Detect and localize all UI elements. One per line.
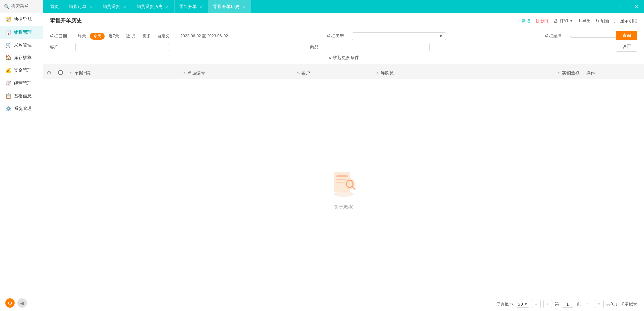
tab-close-retail-open[interactable]: ✕ <box>199 4 203 9</box>
print-label: 🖨 打印 <box>554 18 568 24</box>
next-page-btn[interactable]: › <box>584 300 592 308</box>
sort-icon-guide: ⇅ <box>376 71 379 75</box>
sidebar-search-label: 搜索采单 <box>11 3 29 9</box>
sidebar-label-finance: 资金管理 <box>14 67 32 73</box>
customer-input[interactable]: ··· <box>75 43 169 51</box>
th-number[interactable]: ⇅ 单据编号 <box>180 67 294 79</box>
date-btn-近1月[interactable]: 近1月 <box>123 33 139 40</box>
sidebar-icon-operations: 📈 <box>5 80 11 86</box>
date-btn-昨天[interactable]: 昨天 <box>75 33 89 40</box>
add-button[interactable]: + 新增 <box>517 18 530 24</box>
search-icon: 🔍 <box>4 4 9 9</box>
per-page-arrow: ▼ <box>524 302 528 306</box>
tab-close-sales-return-history[interactable]: ✕ <box>165 4 169 9</box>
page-header: 零售开单历史 + 新增 🗑 删除 🖨 打印 ▼ ⬆ 导出 ↻ 刷新 显示明细 <box>43 13 644 29</box>
svg-rect-3 <box>336 179 346 180</box>
date-btn-今天[interactable]: 今天 <box>90 33 105 40</box>
last-page-btn[interactable]: » <box>595 300 604 308</box>
tab-close-retail-history[interactable]: ✕ <box>241 4 246 9</box>
sort-icon-date: ⇅ <box>69 71 72 75</box>
collapse-icon: ∧ <box>328 55 332 60</box>
th-customer[interactable]: ⇅ 客户 <box>294 67 373 79</box>
tab-sales-order[interactable]: 销售订单✕ <box>64 0 98 13</box>
th-date[interactable]: ⇅ 单据日期 <box>66 67 180 79</box>
page-label-before: 第 <box>555 301 559 307</box>
goods-input[interactable]: ··· <box>336 43 430 51</box>
tab-home[interactable]: 首页 <box>46 0 64 13</box>
sidebar-icon-finance: 💰 <box>5 67 11 73</box>
settings-button[interactable]: 设置 <box>616 42 637 52</box>
settings-footer-btn[interactable]: ⚙ <box>5 298 15 308</box>
filter-area: 单据日期 昨天今天近7天近1月更多自定义 2023-06-02 至 2023-0… <box>43 29 644 64</box>
collapse-filter-btn[interactable]: ∧ 收起更多条件 <box>50 54 637 61</box>
sidebar-item-inventory[interactable]: 🏠库存核算 <box>0 51 43 64</box>
th-action-label: 操作 <box>586 70 595 75</box>
date-btn-更多[interactable]: 更多 <box>140 33 153 40</box>
sidebar-footer: ⚙ ◀ <box>0 295 43 311</box>
gear-icon[interactable]: ⚙ <box>47 70 51 76</box>
th-action: 操作 <box>583 67 644 79</box>
check-column[interactable] <box>55 67 66 79</box>
gear-column[interactable]: ⚙ <box>43 67 55 79</box>
sort-icon-amount: ⇅ <box>557 71 560 75</box>
tab-sales-return[interactable]: 销货退货✕ <box>98 0 132 13</box>
date-label: 单据日期 <box>50 33 68 39</box>
th-guide-label: 导购员 <box>381 70 394 75</box>
type-select[interactable]: ▼ <box>352 32 446 40</box>
tab-close-sales-return[interactable]: ✕ <box>122 4 127 9</box>
empty-text: 暂无数据 <box>334 204 353 210</box>
show-detail-input[interactable] <box>614 19 618 23</box>
minimize-btn[interactable]: － <box>617 3 623 10</box>
sidebar-item-basic-info[interactable]: 📋基础信息 <box>0 90 43 102</box>
close-btn[interactable]: ✕ <box>634 4 639 10</box>
sidebar-icon-basic-info: 📋 <box>5 93 11 99</box>
sidebar-item-finance[interactable]: 💰资金管理 <box>0 64 43 77</box>
print-button[interactable]: 🖨 打印 ▼ <box>554 18 573 24</box>
page-number-input[interactable] <box>562 301 574 308</box>
maximize-btn[interactable]: □ <box>627 4 630 10</box>
date-range: 2023-06-02 至 2023-06-02 <box>180 33 228 39</box>
prev-page-btn[interactable]: ‹ <box>543 300 552 308</box>
sidebar-label-basic-info: 基础信息 <box>14 93 32 99</box>
empty-state: 暂无数据 <box>43 79 644 297</box>
sidebar-label-sales-mgmt: 销售管理 <box>14 29 32 35</box>
sidebar-item-purchase-mgmt[interactable]: 🛒采购管理 <box>0 39 43 51</box>
sidebar-item-sys-mgmt[interactable]: ⚙️系统管理 <box>0 102 43 115</box>
goods-label: 商品 <box>310 44 329 50</box>
show-detail-checkbox[interactable]: 显示明细 <box>614 18 637 24</box>
content-area: 零售开单历史 + 新增 🗑 删除 🖨 打印 ▼ ⬆ 导出 ↻ 刷新 显示明细 单… <box>43 13 644 311</box>
query-button[interactable]: 查询 <box>616 31 637 40</box>
total-info: 共0页，0条记录 <box>606 301 637 307</box>
sort-icon-customer: ⇅ <box>297 71 300 75</box>
collapse-sidebar-btn[interactable]: ◀ <box>17 298 27 308</box>
th-amount-label: 实销金额 <box>562 70 580 75</box>
select-all-checkbox[interactable] <box>58 70 63 75</box>
tab-retail-open[interactable]: 零售开单✕ <box>175 0 208 13</box>
tab-close-sales-order[interactable]: ✕ <box>88 4 93 9</box>
tab-sales-return-history[interactable]: 销货退货历史✕ <box>132 0 175 13</box>
sidebar-label-sys-mgmt: 系统管理 <box>14 106 32 112</box>
tab-label-retail-history: 零售开单历史 <box>213 4 239 10</box>
tab-label-sales-return-history: 销货退货历史 <box>137 4 163 10</box>
sidebar-item-operations[interactable]: 📈经营管理 <box>0 77 43 90</box>
first-page-btn[interactable]: « <box>532 300 541 308</box>
per-page-value: 50 <box>518 302 523 307</box>
number-label: 单据编号 <box>545 33 563 39</box>
export-button[interactable]: ⬆ 导出 <box>578 18 591 24</box>
sidebar-item-sales-mgmt[interactable]: 📊销售管理 <box>0 26 43 39</box>
pagination: 每页显示 50 ▼ « ‹ 第 页 › » 共0页，0条记录 <box>43 297 644 311</box>
date-btn-近7天[interactable]: 近7天 <box>106 33 122 40</box>
date-btn-自定义[interactable]: 自定义 <box>155 33 172 40</box>
sidebar-icon-sales-mgmt: 📊 <box>5 29 11 35</box>
svg-rect-2 <box>336 175 348 177</box>
delete-button[interactable]: 🗑 删除 <box>535 18 549 24</box>
th-amount[interactable]: ⇅ 实销金额 <box>469 67 583 79</box>
per-page-select[interactable]: 50 ▼ <box>516 301 529 308</box>
tab-retail-history[interactable]: 零售开单历史✕ <box>208 0 251 13</box>
data-table: ⚙ ⇅ 单据日期 ⇅ 单据编号 <box>43 67 644 79</box>
sidebar-search[interactable]: 🔍 搜索采单 <box>0 0 43 13</box>
refresh-button[interactable]: ↻ 刷新 <box>596 18 609 24</box>
sidebar-item-quick-nav[interactable]: 🧭快捷导航 <box>0 13 43 26</box>
header-actions: + 新增 🗑 删除 🖨 打印 ▼ ⬆ 导出 ↻ 刷新 显示明细 <box>517 18 637 24</box>
th-guide[interactable]: ⇅ 导购员 <box>373 67 469 79</box>
